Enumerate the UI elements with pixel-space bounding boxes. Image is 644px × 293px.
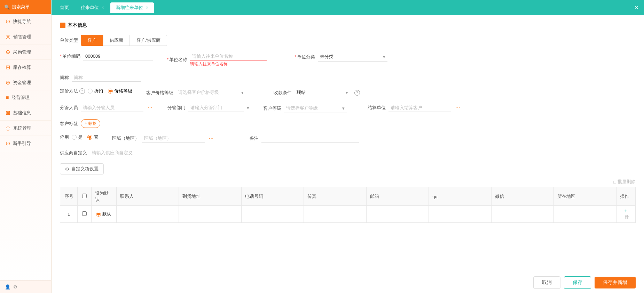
tab-contacts-label: 往来单位 xyxy=(81,5,99,11)
supplier-custom-input[interactable] xyxy=(90,149,173,157)
settlement-dots-btn[interactable]: ··· xyxy=(454,105,461,111)
sidebar-item-operations[interactable]: ≡ 经营管理 xyxy=(0,90,51,105)
payment-terms-select[interactable]: 现结 ▾ xyxy=(294,88,350,97)
sidebar-item-basic-info[interactable]: ⊠ 基础信息 xyxy=(0,105,51,121)
row-default[interactable]: 默认 xyxy=(92,206,117,223)
form-footer: 取消 保存 保存并新增 xyxy=(52,272,644,293)
save-button[interactable]: 保存 xyxy=(564,276,591,289)
note-input[interactable] xyxy=(261,134,359,143)
disabled-no-inner xyxy=(88,136,91,139)
unit-code-field: *单位编码 xyxy=(60,52,153,60)
row-phone[interactable] xyxy=(241,206,304,223)
customer-tag-label: 客户标签 xyxy=(60,121,78,127)
manager-input[interactable] xyxy=(81,104,143,112)
type-btn-supplier[interactable]: 供应商 xyxy=(103,35,130,46)
custom-settings-button[interactable]: ⚙ 自定义项设置 xyxy=(60,163,104,174)
disabled-no-radio[interactable]: 否 xyxy=(87,134,98,140)
location-input[interactable] xyxy=(557,212,613,217)
row-default-inner xyxy=(97,213,100,215)
tab-new-contact[interactable]: 新增往来单位 × xyxy=(110,2,154,13)
dept-label: 分管部门 xyxy=(167,105,186,111)
manager-dots-btn[interactable]: ··· xyxy=(146,105,154,111)
email-input[interactable] xyxy=(370,212,425,217)
customer-level-select[interactable]: 请选择客户等级 ▾ xyxy=(284,104,347,113)
address-input[interactable] xyxy=(182,212,238,217)
disabled-field: 停用 是 否 xyxy=(60,134,98,140)
payment-terms-help-icon[interactable]: ? xyxy=(354,90,360,96)
window-close-button[interactable]: × xyxy=(632,3,641,13)
row-wechat[interactable] xyxy=(491,206,554,223)
phone-input[interactable] xyxy=(245,212,300,217)
unit-code-label: *单位编码 xyxy=(60,53,80,59)
row-default-radio[interactable]: 默认 xyxy=(95,211,113,217)
row-email[interactable] xyxy=(366,206,429,223)
col-address: 到货地址 xyxy=(179,187,242,206)
type-btn-customer[interactable]: 客户 xyxy=(81,35,103,46)
sidebar-item-purchase[interactable]: ⊕ 采购管理 xyxy=(0,44,51,60)
col-region: 所在地区 xyxy=(554,187,616,206)
sidebar-item-quick-nav[interactable]: ⊙ 快捷导航 xyxy=(0,14,51,29)
sidebar-search[interactable]: 🔍 搜索菜单 xyxy=(0,0,51,14)
dept-input[interactable] xyxy=(188,104,244,112)
unit-category-select[interactable]: 未分类 ▾ xyxy=(318,52,387,62)
row-address[interactable] xyxy=(179,206,242,223)
pricing-discount-radio[interactable]: 折扣 xyxy=(88,88,103,94)
pricing-help-icon[interactable]: ? xyxy=(79,88,85,94)
form-area: 基本信息 单位类型 客户 供应商 客户/供应商 *单位编码 xyxy=(52,15,644,272)
region-dots-btn[interactable]: ··· xyxy=(207,135,215,141)
settlement-unit-label: 结算单位 xyxy=(368,105,386,111)
fax-input[interactable] xyxy=(307,212,363,217)
abbr-input[interactable] xyxy=(72,73,141,82)
disabled-yes-radio[interactable]: 是 xyxy=(72,134,83,140)
table-body: 1 默认 xyxy=(60,206,636,223)
sidebar-item-finance[interactable]: ⊛ 资金管理 xyxy=(0,75,51,90)
settings-icon[interactable]: ⚙ xyxy=(13,284,17,290)
tab-contacts[interactable]: 往来单位 × xyxy=(75,2,110,13)
delete-row-button[interactable]: 🗑 xyxy=(624,214,630,220)
sidebar-item-label: 库存核算 xyxy=(13,64,31,71)
table-header: 序号 设为默认 联系人 到货地址 电话号码 传真 邮箱 qq 微信 所在地区 操… xyxy=(60,187,636,206)
manager-field: 分管人员 ··· xyxy=(60,104,154,112)
customer-price-level-select[interactable]: 请选择客户价格等级 ▾ xyxy=(176,88,246,97)
col-qq: qq xyxy=(429,187,492,206)
wechat-input[interactable] xyxy=(495,212,550,217)
sidebar-item-inventory[interactable]: ⊞ 库存核算 xyxy=(0,60,51,75)
row-location[interactable] xyxy=(554,206,616,223)
add-row-button[interactable]: + xyxy=(624,208,627,214)
basic-info-icon: ⊠ xyxy=(6,109,10,116)
pricing-discount-outer xyxy=(88,89,93,93)
col-phone: 电话号码 xyxy=(241,187,304,206)
row-qq[interactable] xyxy=(429,206,492,223)
gear-icon: ⚙ xyxy=(65,166,69,172)
sidebar-item-label: 快捷导航 xyxy=(13,18,31,25)
row-fax[interactable] xyxy=(304,206,367,223)
row-contact[interactable] xyxy=(116,206,179,223)
unit-name-input[interactable] xyxy=(190,52,267,60)
select-all-checkbox[interactable] xyxy=(82,194,87,198)
tab-new-contact-close[interactable]: × xyxy=(146,5,148,10)
customer-level-placeholder: 请选择客户等级 xyxy=(286,105,318,111)
sidebar-item-guide[interactable]: ⊙ 新手引导 xyxy=(0,136,51,151)
unit-type-buttons: 客户 供应商 客户/供应商 xyxy=(81,35,167,46)
type-btn-both[interactable]: 客户/供应商 xyxy=(130,35,167,46)
batch-delete-label[interactable]: 批量删除 xyxy=(618,179,636,185)
settlement-unit-input[interactable] xyxy=(388,104,451,112)
tab-contacts-close[interactable]: × xyxy=(102,5,104,10)
sidebar-item-sales[interactable]: ◎ 销售管理 xyxy=(0,29,51,44)
qq-input[interactable] xyxy=(432,212,488,217)
save-new-button[interactable]: 保存并新增 xyxy=(595,277,636,288)
add-tag-button[interactable]: + 标签 xyxy=(81,119,100,128)
abbr-field: 简称 xyxy=(60,73,141,82)
pricing-level-radio[interactable]: 价格等级 xyxy=(108,88,132,94)
region-input[interactable] xyxy=(142,134,205,143)
note-label: 备注 xyxy=(250,135,259,141)
section-title-icon xyxy=(60,23,65,28)
tab-home[interactable]: 首页 xyxy=(54,2,74,13)
contact-input[interactable] xyxy=(120,212,175,217)
cancel-button[interactable]: 取消 xyxy=(533,276,560,289)
sidebar-item-system[interactable]: ◌ 系统管理 xyxy=(0,121,51,136)
unit-code-input[interactable] xyxy=(83,52,153,60)
sidebar-item-label: 新手引导 xyxy=(13,140,31,147)
row-checkbox[interactable] xyxy=(78,206,92,223)
col-seq: 序号 xyxy=(60,187,78,206)
